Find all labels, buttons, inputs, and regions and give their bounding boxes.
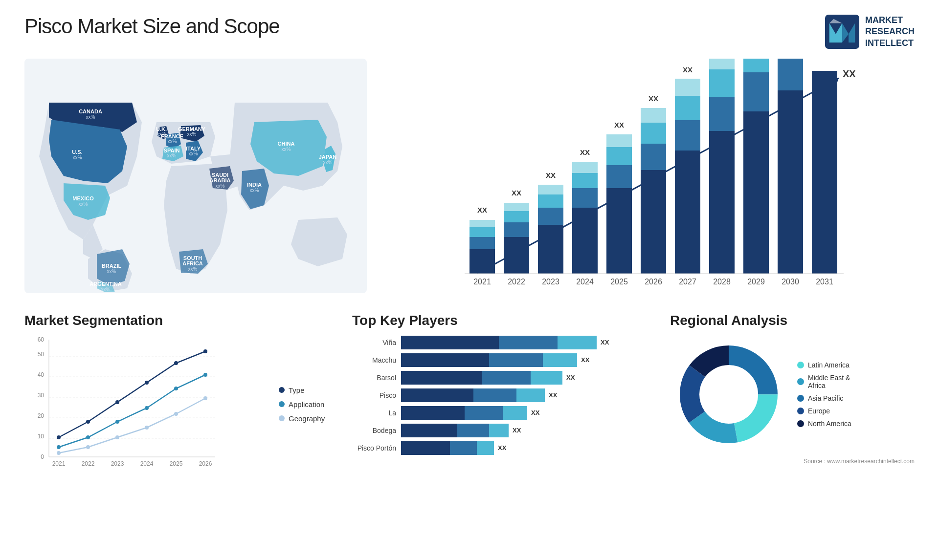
svg-rect-78 [709,59,735,69]
svg-text:xx%: xx% [188,266,198,272]
svg-point-130 [86,445,90,449]
svg-text:50: 50 [38,351,45,358]
svg-rect-46 [504,222,529,237]
svg-point-135 [702,367,756,421]
svg-rect-51 [538,208,563,225]
legend-dot-geography [279,415,285,421]
legend-europe: Europe [797,407,851,415]
svg-point-121 [174,361,178,365]
segmentation-section: Market Segmentation 0 10 20 30 40 5 [24,313,337,473]
svg-text:XX: XX [614,121,624,129]
legend-north-america: North America [797,420,851,428]
svg-text:CHINA: CHINA [278,141,295,147]
svg-text:xx%: xx% [168,139,177,144]
donut-chart [670,336,787,453]
svg-rect-41 [470,237,495,249]
svg-point-126 [145,406,149,410]
svg-text:2023: 2023 [111,460,124,467]
svg-rect-65 [641,170,666,274]
svg-text:40: 40 [38,371,45,378]
players-bars: Viña XX Macchu XX [352,336,655,455]
svg-text:XX: XX [512,189,521,197]
svg-rect-43 [470,220,495,227]
svg-text:xx%: xx% [107,269,116,274]
svg-rect-79 [743,111,769,274]
svg-text:xx%: xx% [73,155,82,160]
svg-rect-61 [606,165,632,188]
legend-type: Type [279,386,337,394]
svg-text:XX: XX [546,171,556,179]
svg-text:INDIA: INDIA [247,182,262,188]
svg-text:2028: 2028 [713,278,731,286]
svg-text:AFRICA: AFRICA [182,260,203,266]
svg-text:XX: XX [477,206,487,214]
svg-text:2023: 2023 [542,278,559,286]
svg-text:2022: 2022 [508,278,525,286]
svg-text:ARABIA: ARABIA [210,177,231,183]
regional-title: Regional Analysis [670,313,915,328]
svg-text:2027: 2027 [679,278,696,286]
svg-text:2022: 2022 [82,460,95,467]
svg-text:0: 0 [41,453,44,460]
svg-point-128 [203,373,207,377]
svg-rect-58 [572,162,598,173]
regional-section: Regional Analysis [670,313,915,473]
svg-point-122 [203,349,207,353]
growth-bar-chart: XX XX XX XX [381,59,915,303]
svg-text:2024: 2024 [140,460,154,467]
svg-text:XX: XX [843,68,856,79]
svg-rect-50 [538,225,563,274]
svg-text:20: 20 [38,412,45,419]
svg-text:ARGENTINA: ARGENTINA [89,281,121,287]
legend-middle-east-africa: Middle East &Africa [797,374,851,389]
svg-rect-57 [572,173,598,188]
svg-rect-47 [504,211,529,222]
svg-rect-53 [538,185,563,194]
svg-text:xx%: xx% [189,151,198,156]
svg-text:BRAZIL: BRAZIL [102,263,122,269]
svg-point-125 [115,420,119,424]
svg-rect-75 [709,131,735,274]
list-item: Viña XX [352,336,655,349]
world-map: CANADA xx% U.S. xx% MEXICO xx% BRAZIL xx… [24,59,367,293]
svg-text:xx%: xx% [86,114,95,120]
svg-rect-72 [675,96,700,120]
svg-text:JAPAN: JAPAN [319,154,337,160]
svg-rect-42 [470,227,495,237]
svg-rect-66 [641,144,666,170]
svg-rect-55 [572,208,598,274]
svg-text:xx%: xx% [250,188,259,193]
donut-area: Latin America Middle East &Africa Asia P… [670,336,915,453]
svg-rect-71 [675,120,700,151]
svg-text:2031: 2031 [816,278,833,286]
svg-text:2025: 2025 [610,278,628,286]
svg-rect-73 [675,79,700,96]
svg-rect-77 [709,69,735,97]
page-title: Pisco Market Size and Scope [24,15,280,38]
svg-rect-83 [778,59,803,90]
svg-point-123 [57,445,61,449]
svg-rect-40 [470,249,495,274]
svg-text:2029: 2029 [747,278,765,286]
svg-point-117 [57,435,61,439]
svg-rect-76 [709,97,735,131]
svg-text:CANADA: CANADA [79,108,102,114]
svg-rect-48 [504,203,529,211]
svg-text:xx%: xx% [79,201,88,207]
svg-rect-56 [572,188,598,208]
legend-latin-america: Latin America [797,361,851,369]
svg-text:MEXICO: MEXICO [72,195,94,201]
logo-icon [825,15,859,49]
svg-rect-45 [504,237,529,274]
svg-text:2021: 2021 [52,460,66,467]
svg-point-120 [145,381,149,385]
svg-text:XX: XX [683,65,693,74]
svg-text:30: 30 [38,392,45,399]
page-container: Pisco Market Size and Scope MARKET RESEA… [0,0,939,560]
svg-point-127 [174,387,178,390]
svg-text:U.S.: U.S. [72,149,82,155]
players-section: Top Key Players Viña XX Macchu [352,313,655,473]
svg-rect-63 [606,134,632,147]
legend-geography: Geography [279,414,337,423]
svg-rect-80 [743,72,769,111]
